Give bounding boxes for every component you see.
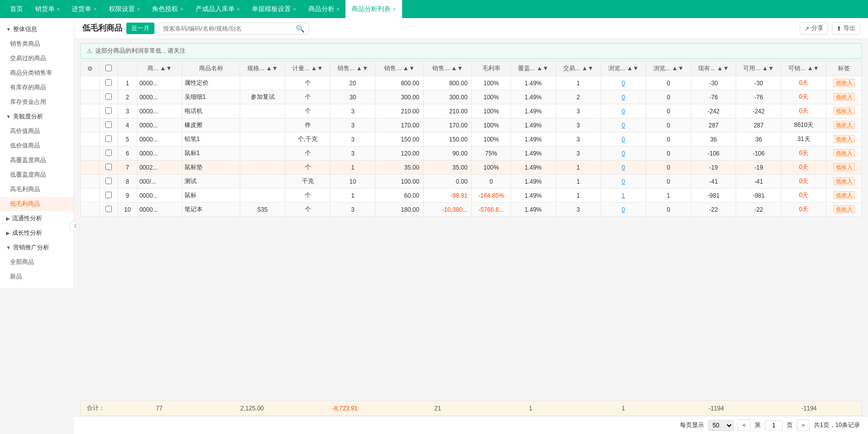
row-checkbox[interactable] xyxy=(105,121,112,128)
sidebar-item-in-stock[interactable]: 有库存的商品 xyxy=(0,80,74,95)
col-header-view2[interactable]: 浏览... ▲▼ xyxy=(646,61,691,76)
nav-purchase-close[interactable]: × xyxy=(93,6,96,12)
sidebar-item-high-margin[interactable]: 高毛利商品 xyxy=(0,182,74,197)
col-header-unit[interactable]: 计量... ▲▼ xyxy=(285,61,330,76)
cell-view1[interactable]: 0 xyxy=(601,175,646,189)
nav-products-close[interactable]: × xyxy=(237,6,240,12)
nav-permissions-close[interactable]: × xyxy=(137,6,140,12)
col-header-view1[interactable]: 浏览... ▲▼ xyxy=(601,61,646,76)
search-box[interactable]: 🔍 xyxy=(158,23,309,35)
sidebar-group-overall[interactable]: ▼ 整体信息 xyxy=(0,22,74,37)
cell-check[interactable] xyxy=(100,203,118,217)
cell-check[interactable] xyxy=(100,175,118,189)
cell-view1[interactable]: 0 xyxy=(601,90,646,104)
cell-view1[interactable]: 0 xyxy=(601,76,646,90)
col-header-code[interactable]: 商... ▲▼ xyxy=(137,61,182,76)
row-checkbox[interactable] xyxy=(105,150,112,156)
nav-permissions[interactable]: 权限设置 × xyxy=(103,0,146,18)
col-header-sales-profit[interactable]: 销售... ▲▼ xyxy=(424,61,472,76)
sidebar-item-high-coverage[interactable]: 高覆盖度商品 xyxy=(0,153,74,168)
col-header-cover-rate[interactable]: 覆盖... ▲▼ xyxy=(510,61,556,76)
row-checkbox[interactable] xyxy=(105,135,112,142)
sidebar-item-category-rate[interactable]: 商品分类销售率 xyxy=(0,66,74,80)
sidebar-item-stock-capital[interactable]: 库存资金占用 xyxy=(0,95,74,109)
export-button[interactable]: ⬆ 导出 xyxy=(832,22,860,35)
cell-check[interactable] xyxy=(100,104,118,118)
page-size-select[interactable]: 50 20 100 xyxy=(708,420,734,431)
col-header-gross-rate[interactable]: 毛利率 xyxy=(472,61,510,76)
cell-code: 000/... xyxy=(137,175,182,189)
cell-check[interactable] xyxy=(100,147,118,161)
col-header-name[interactable]: 商品名称 xyxy=(182,61,240,76)
nav-analysis-list-close[interactable]: × xyxy=(393,6,396,12)
page-number-input[interactable] xyxy=(765,420,783,430)
nav-roles-close[interactable]: × xyxy=(180,6,183,12)
nav-templates-close[interactable]: × xyxy=(293,6,296,12)
cell-check[interactable] xyxy=(100,161,118,175)
sidebar-group-flow[interactable]: ▶ 流通性分析 xyxy=(0,211,74,226)
select-all-checkbox[interactable] xyxy=(105,65,112,71)
sidebar-item-sales-goods[interactable]: 销售类商品 xyxy=(0,37,74,51)
cell-view1[interactable]: 1 xyxy=(601,189,646,203)
nav-roles[interactable]: 角色授权 × xyxy=(146,0,189,18)
col-header-spec[interactable]: 规格... ▲▼ xyxy=(240,61,285,76)
row-checkbox[interactable] xyxy=(105,192,112,198)
cell-check[interactable] xyxy=(100,90,118,104)
cell-view1[interactable]: 0 xyxy=(601,104,646,118)
search-input[interactable] xyxy=(163,25,296,32)
sidebar-item-new-goods[interactable]: 新品 xyxy=(0,269,74,284)
col-header-sales-qty[interactable]: 销售... ▲▼ xyxy=(330,61,376,76)
cell-cover-rate: 1.49% xyxy=(510,189,556,203)
row-checkbox[interactable] xyxy=(105,164,112,170)
row-checkbox[interactable] xyxy=(105,178,112,184)
row-checkbox[interactable] xyxy=(105,93,112,100)
nav-sales[interactable]: 销货单 × xyxy=(29,0,66,18)
cell-stock-avail: -981 xyxy=(736,189,781,203)
nav-analysis[interactable]: 商品分析 × xyxy=(302,0,345,18)
nav-analysis-close[interactable]: × xyxy=(336,6,339,12)
time-filter-button[interactable]: 近一月 xyxy=(126,23,154,34)
row-checkbox[interactable] xyxy=(105,107,112,114)
cell-gross-rate: 100% xyxy=(472,132,510,147)
cell-check[interactable] xyxy=(100,118,118,132)
table-row: 4 0000... 橡皮擦 件 3 170.00 170.00 100% 1.4… xyxy=(81,118,862,132)
nav-sales-close[interactable]: × xyxy=(57,6,60,12)
cell-check[interactable] xyxy=(100,76,118,90)
share-button[interactable]: ↗ 分享 xyxy=(800,22,828,35)
sidebar-group-marketing[interactable]: ▼ 营销推广分析 xyxy=(0,240,74,255)
nav-purchase[interactable]: 进货单 × xyxy=(66,0,102,18)
sidebar-group-growth[interactable]: ▶ 成长性分析 xyxy=(0,226,74,240)
cell-view1[interactable]: 0 xyxy=(601,161,646,175)
sidebar-item-low-coverage[interactable]: 低覆盖度商品 xyxy=(0,168,74,182)
sidebar-item-traded-goods[interactable]: 交易过的商品 xyxy=(0,51,74,66)
prev-page-button[interactable]: ＜ xyxy=(738,419,751,431)
sidebar-group-beauty[interactable]: ▼ 美観度分析 xyxy=(0,109,74,124)
cell-check[interactable] xyxy=(100,132,118,147)
col-header-check[interactable] xyxy=(100,61,118,76)
col-header-settings[interactable]: ⚙ xyxy=(81,61,100,76)
sidebar-item-low-margin[interactable]: 低毛利商品 xyxy=(0,197,74,211)
sidebar-collapse-button[interactable]: 《 xyxy=(69,221,79,231)
cell-check[interactable] xyxy=(100,189,118,203)
nav-products[interactable]: 产成品入库单 × xyxy=(190,0,246,18)
cell-view1[interactable]: 0 xyxy=(601,203,646,217)
col-header-stock-sale[interactable]: 可销... ▲▼ xyxy=(781,61,826,76)
cell-cover-rate: 1.49% xyxy=(510,175,556,189)
nav-templates[interactable]: 单据模板设置 × xyxy=(246,0,302,18)
cell-view1[interactable]: 0 xyxy=(601,132,646,147)
cell-seq: 8 xyxy=(118,175,137,189)
nav-analysis-list[interactable]: 商品分析列表 × xyxy=(345,0,402,18)
sidebar-item-low-value[interactable]: 低价值商品 xyxy=(0,138,74,153)
nav-home[interactable]: 首页 xyxy=(4,0,29,18)
row-checkbox[interactable] xyxy=(105,206,112,212)
cell-view1[interactable]: 0 xyxy=(601,147,646,161)
col-header-stock-avail[interactable]: 可用... ▲▼ xyxy=(736,61,781,76)
sidebar-item-all-goods[interactable]: 全部商品 xyxy=(0,255,74,269)
row-checkbox[interactable] xyxy=(105,79,112,86)
col-header-sales-amt[interactable]: 销售... ▲▼ xyxy=(375,61,423,76)
sidebar-item-high-value[interactable]: 高价值商品 xyxy=(0,124,74,138)
col-header-trade-count[interactable]: 交易... ▲▼ xyxy=(556,61,601,76)
next-page-button[interactable]: ＞ xyxy=(797,419,810,431)
cell-view1[interactable]: 0 xyxy=(601,118,646,132)
col-header-stock-now[interactable]: 现有... ▲▼ xyxy=(691,61,736,76)
